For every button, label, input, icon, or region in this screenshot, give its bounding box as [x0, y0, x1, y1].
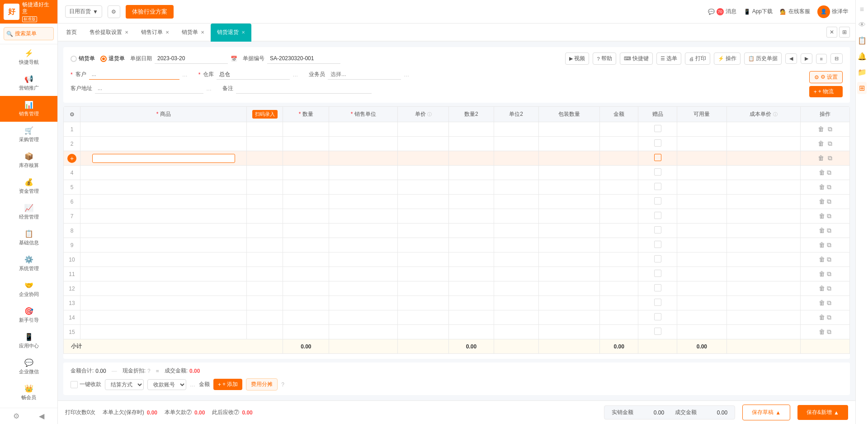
- delete-row-button[interactable]: 🗑: [817, 153, 825, 162]
- tab-close-icon[interactable]: ✕: [125, 30, 128, 35]
- tab-close-icon[interactable]: ✕: [201, 30, 204, 35]
- sidebar-item-guide[interactable]: 🎯 新手引导: [0, 302, 57, 328]
- fee-help-icon[interactable]: ?: [281, 381, 284, 388]
- gift-checkbox[interactable]: [654, 299, 661, 306]
- sidebar-settings-icon[interactable]: ⚙: [13, 412, 19, 420]
- customer-select-icon[interactable]: …: [182, 71, 188, 78]
- right-icon-3[interactable]: 📋: [856, 34, 868, 47]
- logistics-action-button[interactable]: + + 物流: [809, 86, 843, 97]
- delete-row-button[interactable]: 🗑: [817, 139, 825, 148]
- gift-checkbox[interactable]: [654, 197, 661, 205]
- tab-sale-out[interactable]: 销货单 ✕: [175, 24, 211, 42]
- tab-close-icon[interactable]: ✕: [241, 30, 245, 35]
- copy-row-button[interactable]: ⧉: [826, 211, 832, 221]
- search-menu-button[interactable]: 🔍 搜索菜单: [4, 27, 54, 40]
- message-button[interactable]: 💬 70 消息: [708, 8, 736, 15]
- shortcut-button[interactable]: ⌨ 快捷键: [620, 52, 653, 65]
- breadcrumb-dropdown[interactable]: 日用百货 ▼: [65, 5, 102, 18]
- gift-checkbox[interactable]: [654, 183, 661, 190]
- radio-return[interactable]: 退货单: [100, 55, 125, 62]
- operate-button[interactable]: ⚡ 操作: [714, 52, 741, 65]
- app-download-button[interactable]: 📱 App下载: [744, 8, 773, 15]
- fee-split-button[interactable]: 费用分摊: [246, 378, 278, 391]
- save-draft-button[interactable]: 保存草稿 ▲: [742, 405, 790, 420]
- col-scan[interactable]: 扫码录入: [247, 107, 283, 122]
- one-key-payment-checkbox[interactable]: 一键收款: [71, 381, 101, 388]
- warehouse-input[interactable]: [217, 69, 290, 80]
- sidebar-item-member[interactable]: 👑 畅会员: [0, 380, 57, 405]
- right-icon-4[interactable]: 🔔: [856, 50, 868, 62]
- gift-checkbox[interactable]: [654, 139, 661, 147]
- sidebar-item-finance[interactable]: 💰 资金管理: [0, 173, 57, 199]
- tab-layout-button[interactable]: ⊞: [839, 27, 850, 38]
- gift-checkbox[interactable]: [654, 270, 661, 277]
- code-input[interactable]: [267, 53, 340, 64]
- unit-cell[interactable]: [329, 122, 398, 137]
- gift-checkbox-active[interactable]: [654, 154, 661, 161]
- address-select-icon[interactable]: …: [206, 86, 212, 92]
- tab-sale-order[interactable]: 销售订单 ✕: [135, 24, 175, 42]
- scan-input-button[interactable]: 扫码录入: [252, 110, 278, 119]
- col-settings[interactable]: ⚙: [64, 107, 80, 122]
- goods-cell[interactable]: [80, 122, 247, 137]
- sidebar-item-enterprise[interactable]: 🤝 企业协同: [0, 276, 57, 302]
- gift-checkbox[interactable]: [654, 125, 661, 132]
- address-input[interactable]: [95, 83, 203, 94]
- gift-checkbox[interactable]: [654, 212, 661, 219]
- sidebar-item-wechat[interactable]: 💬 企业微信: [0, 354, 57, 380]
- delete-row-button[interactable]: 🗑: [818, 284, 826, 293]
- sidebar-item-basic[interactable]: 📋 基础信息: [0, 225, 57, 251]
- account-select[interactable]: 收款账号: [147, 379, 186, 390]
- customer-input[interactable]: [89, 69, 179, 80]
- delete-row-button[interactable]: 🗑: [818, 240, 826, 249]
- print-button[interactable]: 🖨 打印: [685, 52, 710, 65]
- delete-row-button[interactable]: 🗑: [818, 197, 826, 206]
- gift-checkbox[interactable]: [654, 241, 661, 248]
- history-button[interactable]: 📋 历史单据: [744, 52, 782, 65]
- sidebar-item-purchase[interactable]: 🛒 采购管理: [0, 122, 57, 148]
- copy-row-button[interactable]: ⧉: [826, 226, 832, 235]
- video-button[interactable]: ▶ 视频: [565, 52, 589, 65]
- nav-prev-button[interactable]: ◀: [785, 53, 797, 64]
- nav-next-button[interactable]: ▶: [801, 53, 812, 64]
- sidebar-item-business[interactable]: 📈 经营管理: [0, 199, 57, 225]
- sidebar-item-appstore[interactable]: 📱 应用中心: [0, 328, 57, 354]
- right-icon-1[interactable]: ≡: [858, 4, 866, 15]
- calendar-icon[interactable]: 📅: [231, 56, 237, 62]
- view-list-button[interactable]: ≡: [816, 54, 827, 64]
- right-icon-2[interactable]: 👁: [857, 19, 868, 31]
- sidebar-item-marketing[interactable]: 📢 营销推广: [0, 70, 57, 96]
- gift-checkbox[interactable]: [654, 168, 661, 176]
- note-input[interactable]: [236, 83, 372, 94]
- copy-row-button[interactable]: ⧉: [826, 197, 832, 206]
- save-new-button[interactable]: 保存&新增 ▲: [797, 405, 848, 420]
- sidebar-collapse-icon[interactable]: ◀: [39, 412, 44, 420]
- delete-row-button[interactable]: 🗑: [817, 124, 825, 133]
- settings-action-button[interactable]: ⚙ ⚙ 设置: [809, 71, 843, 83]
- delete-row-button[interactable]: 🗑: [818, 269, 826, 278]
- delete-row-button[interactable]: 🗑: [818, 182, 826, 191]
- add-row-bottom-button[interactable]: + + 添加: [213, 379, 242, 390]
- staff-input[interactable]: [328, 69, 401, 80]
- sidebar-item-sales[interactable]: 📊 销售管理: [0, 96, 57, 122]
- copy-row-button[interactable]: ⧉: [827, 153, 833, 163]
- right-icon-5[interactable]: 📁: [856, 66, 868, 78]
- tab-sale-price[interactable]: 售价提取设置 ✕: [83, 24, 135, 42]
- amount-cell[interactable]: [600, 122, 638, 137]
- tab-close-icon[interactable]: ✕: [165, 30, 169, 35]
- copy-row-button[interactable]: ⧉: [826, 182, 832, 192]
- date-input[interactable]: [155, 53, 228, 64]
- settlement-select[interactable]: 结算方式: [105, 379, 144, 390]
- pack-qty-cell[interactable]: [538, 122, 599, 137]
- sidebar-item-shortcut[interactable]: ⚡ 快捷导航: [0, 44, 57, 70]
- warehouse-select-icon[interactable]: …: [292, 71, 298, 78]
- copy-row-button[interactable]: ⧉: [826, 327, 832, 337]
- copy-row-button[interactable]: ⧉: [826, 269, 832, 279]
- qty-cell[interactable]: [283, 122, 329, 137]
- copy-row-button[interactable]: ⧉: [826, 255, 832, 264]
- delete-row-button[interactable]: 🗑: [818, 327, 826, 336]
- gift-checkbox[interactable]: [654, 328, 661, 335]
- add-row-button[interactable]: +: [67, 154, 76, 163]
- one-key-checkbox[interactable]: [71, 381, 78, 388]
- header-settings-button[interactable]: ⚙: [108, 5, 120, 18]
